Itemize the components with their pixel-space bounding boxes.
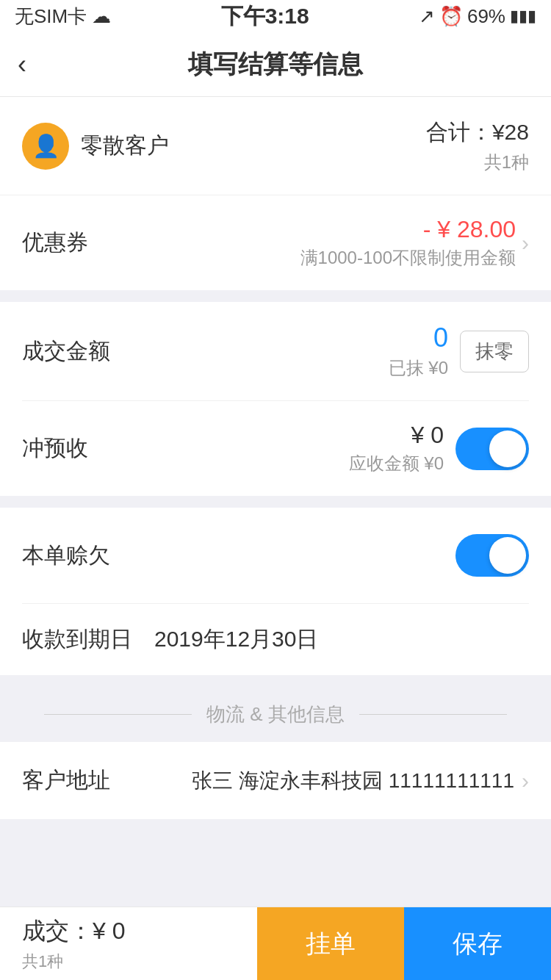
- debt-label: 本单赊欠: [22, 541, 110, 571]
- transaction-section: 成交金额 0 已抹 ¥0 抹零 冲预收 ¥ 0 应收金额 ¥0: [0, 302, 551, 496]
- transaction-amount[interactable]: 0: [389, 323, 448, 353]
- prepay-label: 冲预收: [22, 433, 88, 464]
- coupon-discount: - ¥ 28.00: [300, 216, 516, 243]
- address-row[interactable]: 客户地址 张三 海淀永丰科技园 11111111111 ›: [22, 742, 529, 819]
- bottom-count: 共1种: [22, 951, 235, 973]
- bottom-bar: 成交：¥ 0 共1种 挂单 保存: [0, 907, 551, 980]
- transaction-right: 0 已抹 ¥0 抹零: [389, 323, 529, 380]
- nav-bar: ‹ 填写结算等信息: [0, 32, 551, 97]
- save-button[interactable]: 保存: [404, 907, 551, 981]
- hang-button[interactable]: 挂单: [257, 907, 404, 981]
- round-zero-button[interactable]: 抹零: [460, 331, 529, 372]
- debt-toggle[interactable]: [455, 534, 529, 577]
- location-icon: ↗: [419, 5, 435, 28]
- amount-input-area: 0 已抹 ¥0: [389, 323, 448, 380]
- customer-left: 👤 零散客户: [22, 123, 169, 170]
- deal-amount: ¥ 0: [93, 918, 125, 944]
- coupon-value-block: - ¥ 28.00 满1000-100不限制使用金额: [300, 216, 516, 270]
- battery-icon: ▮▮▮: [510, 7, 536, 26]
- debt-toggle-knob: [489, 537, 526, 574]
- duedate-row[interactable]: 收款到期日 2019年12月30日: [22, 603, 529, 675]
- divider-section: 物流 & 其他信息: [0, 687, 551, 742]
- customer-name: 零散客户: [81, 131, 169, 161]
- coupon-desc: 满1000-100不限制使用金额: [300, 246, 516, 270]
- coupon-label: 优惠券: [22, 228, 88, 258]
- transaction-sub: 已抹 ¥0: [389, 356, 448, 380]
- prepay-right: ¥ 0 应收金额 ¥0: [349, 422, 529, 475]
- page-title: 填写结算等信息: [188, 48, 363, 82]
- transaction-label: 成交金额: [22, 336, 110, 367]
- avatar-icon: 👤: [32, 133, 60, 159]
- transaction-row: 成交金额 0 已抹 ¥0 抹零: [22, 302, 529, 401]
- total-count: 共1种: [426, 151, 529, 174]
- status-right: ↗ ⏰ 69% ▮▮▮: [419, 5, 536, 28]
- toggle-knob: [489, 430, 526, 467]
- debt-section: 本单赊欠 收款到期日 2019年12月30日: [0, 508, 551, 675]
- address-value: 张三 海淀永丰科技园 11111111111: [132, 767, 514, 795]
- total-amount: 合计：¥28: [426, 118, 529, 148]
- customer-section: 👤 零散客户 合计：¥28 共1种 优惠券 - ¥ 28.00 满1000-10…: [0, 97, 551, 290]
- divider-line-right: [359, 714, 507, 715]
- battery-label: 69%: [467, 5, 505, 28]
- address-label: 客户地址: [22, 765, 110, 796]
- address-chevron-icon: ›: [522, 768, 529, 793]
- prepay-value-block: ¥ 0 应收金额 ¥0: [349, 422, 444, 475]
- bottom-deal-row: 成交：¥ 0: [22, 915, 235, 948]
- divider-line-left: [44, 714, 192, 715]
- address-section: 客户地址 张三 海淀永丰科技园 11111111111 ›: [0, 742, 551, 819]
- back-button[interactable]: ‹: [18, 49, 26, 80]
- alarm-icon: ⏰: [439, 5, 463, 28]
- bottom-info: 成交：¥ 0 共1种: [0, 915, 257, 973]
- status-left: 无SIM卡 ☁: [15, 4, 111, 29]
- status-time: 下午3:18: [221, 1, 309, 32]
- coupon-row[interactable]: 优惠券 - ¥ 28.00 满1000-100不限制使用金额 ›: [0, 195, 551, 290]
- prepay-row: 冲预收 ¥ 0 应收金额 ¥0: [22, 401, 529, 496]
- deal-label: 成交：: [22, 918, 93, 944]
- duedate-label: 收款到期日: [22, 624, 132, 655]
- prepay-amount: ¥ 0: [349, 422, 444, 449]
- divider-label: 物流 & 其他信息: [206, 702, 345, 727]
- customer-avatar: 👤: [22, 123, 69, 170]
- chevron-right-icon: ›: [522, 231, 529, 256]
- duedate-value: 2019年12月30日: [154, 624, 318, 655]
- status-bar: 无SIM卡 ☁ 下午3:18 ↗ ⏰ 69% ▮▮▮: [0, 0, 551, 32]
- prepay-toggle[interactable]: [455, 428, 529, 470]
- customer-row: 👤 零散客户 合计：¥28 共1种: [0, 97, 551, 195]
- prepay-sub: 应收金额 ¥0: [349, 452, 444, 475]
- debt-row: 本单赊欠: [22, 508, 529, 603]
- coupon-right: - ¥ 28.00 满1000-100不限制使用金额 ›: [300, 216, 529, 270]
- customer-total: 合计：¥28 共1种: [426, 118, 529, 174]
- sim-status: 无SIM卡 ☁: [15, 4, 111, 29]
